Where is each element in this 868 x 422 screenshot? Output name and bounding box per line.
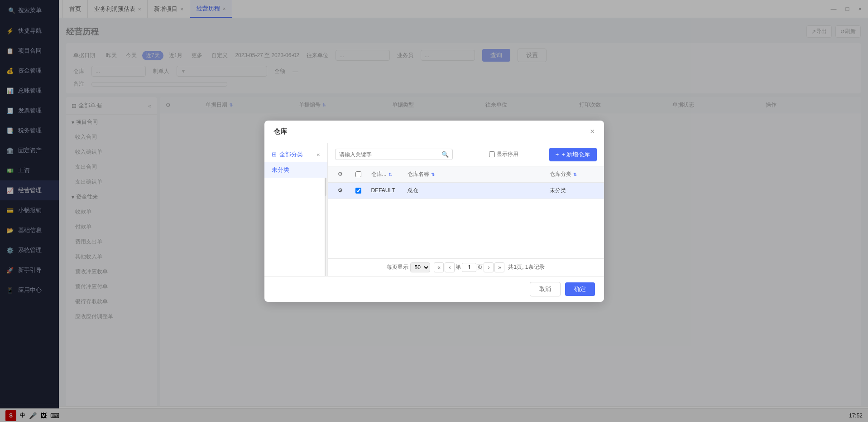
row-checkbox[interactable]: [355, 188, 361, 194]
add-warehouse-button[interactable]: + + 新增仓库: [549, 148, 597, 161]
show-disabled-label: 显示停用: [497, 150, 518, 158]
dialog-left-section-label: 全部分类: [279, 150, 303, 159]
dialog-prev-page-btn[interactable]: ‹: [445, 262, 455, 272]
row-code-cell: DEFAULT: [368, 187, 404, 194]
select-all-checkbox[interactable]: [355, 171, 361, 177]
warehouse-dialog: 仓库 × ⊞ 全部分类 « 未分类: [264, 121, 604, 302]
collapse-left-icon[interactable]: «: [317, 151, 320, 158]
dialog-header: 仓库 ×: [264, 121, 604, 143]
dialog-search-input[interactable]: [339, 151, 440, 158]
row-checkbox-cell: [350, 188, 368, 194]
dialog-table-header: ⚙ 仓库... ⇅ 仓库名称 ⇅ 仓库分类 ⇅: [328, 166, 604, 183]
th-warehouse-name: 仓库名称 ⇅: [404, 170, 546, 178]
dialog-table-body: ⚙ DEFAULT 总仓 未分类: [328, 183, 604, 258]
dialog-left-panel: ⊞ 全部分类 « 未分类: [264, 143, 328, 276]
dialog-title: 仓库: [273, 127, 287, 136]
th-settings: ⚙: [331, 171, 350, 177]
dialog-close-button[interactable]: ×: [590, 127, 595, 136]
confirm-button[interactable]: 确定: [565, 282, 595, 296]
show-disabled-input[interactable]: [489, 151, 495, 157]
dialog-overlay: 仓库 × ⊞ 全部分类 « 未分类: [0, 0, 868, 422]
dialog-left-item-uncategorized[interactable]: 未分类: [264, 162, 327, 178]
th-warehouse-category: 仓库分类 ⇅: [546, 170, 600, 178]
table-row[interactable]: ⚙ DEFAULT 总仓 未分类: [328, 183, 604, 199]
dialog-search[interactable]: 🔍: [335, 149, 453, 160]
row-category-cell: 未分类: [546, 187, 600, 194]
cancel-button[interactable]: 取消: [530, 282, 561, 296]
dialog-total-info: 共1页, 1条记录: [508, 263, 544, 271]
show-disabled-checkbox[interactable]: 显示停用: [489, 150, 518, 158]
dialog-per-page-select[interactable]: 50: [410, 262, 430, 272]
dialog-page-nav: « ‹ 第 页 › »: [434, 262, 504, 272]
dialog-left-header: ⊞ 全部分类 «: [264, 147, 327, 162]
th-checkbox: [350, 171, 368, 177]
dialog-last-page-btn[interactable]: »: [494, 262, 504, 272]
row-settings-cell: ⚙: [331, 187, 350, 194]
dialog-first-page-btn[interactable]: «: [434, 262, 444, 272]
all-category-icon: ⊞: [272, 151, 277, 158]
dialog-body: ⊞ 全部分类 « 未分类 🔍: [264, 143, 604, 276]
search-icon: 🔍: [441, 151, 449, 158]
dialog-right-panel: 🔍 显示停用 + + 新增仓库 ⚙: [328, 143, 604, 276]
dialog-page-input[interactable]: [462, 263, 476, 272]
uncategorized-label: 未分类: [272, 166, 289, 174]
add-icon: +: [556, 151, 559, 158]
th-warehouse-code: 仓库... ⇅: [368, 170, 404, 178]
dialog-footer-bar: 每页显示 50 « ‹ 第 页 › » 共1页, 1条记录: [328, 258, 604, 276]
dialog-next-page-btn[interactable]: ›: [484, 262, 494, 272]
dialog-toolbar: 🔍 显示停用 + + 新增仓库: [328, 143, 604, 166]
dialog-actions: 取消 确定: [264, 276, 604, 302]
row-name-cell: 总仓: [404, 187, 546, 194]
dialog-per-page: 每页显示 50: [387, 262, 430, 272]
